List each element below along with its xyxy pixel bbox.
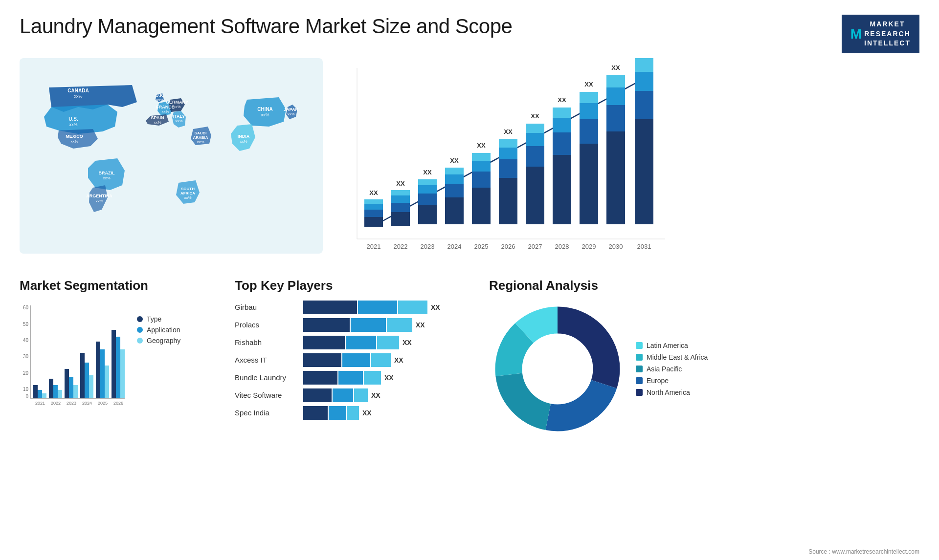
bar-girbau-s2 [358,301,397,314]
bar-spec-s1 [303,406,328,420]
bar-girbau-s1 [303,301,357,314]
donut-legend: Latin America Middle East & Africa Asia … [636,342,708,396]
india-label: INDIA [238,134,250,139]
japan-label: JAPAN [284,107,298,112]
svg-text:2025: 2025 [98,401,108,406]
svg-rect-26 [526,146,544,167]
svg-text:50: 50 [23,322,29,327]
italy-label: ITALY [173,114,185,119]
svg-rect-60 [69,377,73,398]
svg-rect-41 [635,119,653,224]
saudi-value: xx% [197,140,204,144]
legend-application-label: Application [147,326,180,334]
bar-bundle-s1 [303,371,337,385]
legend-type-label: Type [147,315,161,323]
seg-2021-a [38,390,42,398]
logo-area: M MARKET RESEARCH INTELLECT [842,15,919,53]
main-content: CANADA xx% U.S. xx% MEXICO xx% BRAZIL xx… [0,58,939,268]
svg-rect-67 [96,342,100,398]
year-2025: 2025 [474,243,489,250]
svg-rect-19 [472,161,491,172]
southafrica-value: xx% [184,195,191,200]
asia-pacific-label: Asia Pacific [647,365,682,373]
player-name-vitec: Vitec Software [235,391,298,399]
bar-label-vitec: XX [371,391,380,399]
svg-rect-38 [606,105,625,131]
svg-rect-36 [580,92,598,103]
year-2026: 2026 [501,243,515,250]
svg-rect-68 [100,349,105,398]
bar-girbau-s3 [398,301,427,314]
type-dot [137,316,143,322]
svg-rect-21 [499,178,517,224]
bar-chart-section: XX 2021 XX 2022 XX 2023 XX 2024 [337,58,919,268]
legend-type: Type [137,315,180,323]
geography-dot [137,338,143,344]
svg-rect-61 [73,385,78,398]
legend-geography: Geography [137,337,180,345]
southafrica-label: SOUTH [181,187,195,191]
north-america-color [636,389,643,396]
svg-rect-23 [499,148,517,159]
svg-text:2026: 2026 [113,401,123,406]
saudi-label: SAUDI [195,131,207,135]
source-text: Source : www.marketresearchintellect.com [808,548,919,555]
mexico-value: xx% [70,139,78,144]
player-row-prolacs: Prolacs XX [235,318,479,332]
latin-america-label: Latin America [647,342,688,349]
spain-value: xx% [154,120,161,125]
us-value: xx% [69,122,77,127]
svg-rect-20 [472,153,491,161]
seg-2021-t [33,385,38,398]
bar-label-2027: XX [531,112,539,120]
legend-europe: Europe [636,377,708,385]
bar-label-2029: XX [584,81,593,88]
player-bars-bundle: XX [303,371,394,385]
north-america-label: North America [647,388,690,396]
player-name-girbau: Girbau [235,303,298,311]
legend-geography-label: Geography [147,337,180,345]
spain-label: SPAIN [151,115,164,120]
svg-rect-59 [65,369,69,398]
segmentation-section: Market Segmentation 60 50 40 30 20 10 0 [20,278,225,437]
year-2027: 2027 [528,243,542,250]
application-dot [137,327,143,333]
player-name-axcess: Axcess IT [235,356,298,364]
player-name-prolacs: Prolacs [235,321,298,329]
player-bars-rishabh: XX [303,336,412,349]
segmentation-title: Market Segmentation [20,278,225,293]
logo-line2: RESEARCH [864,29,911,39]
bar-label-axcess: XX [394,356,403,364]
svg-rect-34 [580,119,598,144]
year-2029: 2029 [582,243,596,250]
svg-rect-14 [445,184,464,197]
svg-rect-7 [391,195,410,203]
bar-spec-s2 [329,406,346,420]
bar-prolacs-s1 [303,318,350,332]
china-shape [244,97,286,127]
svg-rect-42 [635,91,653,119]
bottom-content: Market Segmentation 60 50 40 30 20 10 0 [0,268,939,437]
svg-rect-72 [116,337,120,398]
svg-text:30: 30 [23,354,29,359]
bar-2021-s1 [364,217,383,227]
svg-rect-10 [418,194,437,205]
svg-rect-35 [580,103,598,119]
bar-axcess-s1 [303,353,341,367]
mexico-label: MEXICO [66,134,83,139]
latin-america-color [636,342,643,349]
svg-rect-24 [499,139,517,148]
bar-label-spec: XX [362,409,372,417]
svg-text:2021: 2021 [35,401,45,406]
player-bars-axcess: XX [303,353,403,367]
europe-label: Europe [647,377,669,385]
world-map: CANADA xx% U.S. xx% MEXICO xx% BRAZIL xx… [20,58,323,254]
svg-rect-63 [80,353,85,398]
page-title: Laundry Management Software Market Size … [20,15,512,38]
player-name-spec: Spec India [235,409,298,417]
argentina-value: xx% [95,199,103,203]
regional-title: Regional Analysis [489,278,919,293]
bar-label-2021: XX [369,189,378,196]
bar-2021-s4 [364,199,383,204]
bar-label-2025: XX [477,142,486,149]
